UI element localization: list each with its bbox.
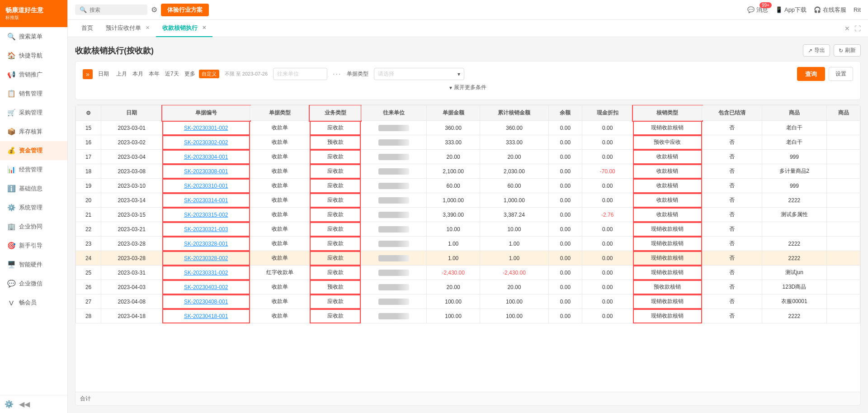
app-download-btn[interactable]: 📱 App下载 — [775, 6, 807, 14]
td-type-10: 红字收款单 — [250, 266, 310, 280]
sidebar-item-operation[interactable]: 📊 经营管理 — [0, 160, 67, 179]
topbar-right: 💬 消息 99+ 📱 App下载 🎧 在线客服 Rit — [747, 6, 861, 14]
td-amount-6: 3,390.00 — [427, 208, 480, 222]
filter-dots[interactable]: ··· — [333, 70, 341, 78]
sidebar-item-member[interactable]: V 畅会员 — [0, 293, 67, 312]
sidebar-icon-sales: 📋 — [7, 90, 15, 98]
tab-payable-close[interactable]: ✕ — [146, 25, 150, 31]
td-code-11[interactable]: SK-20230403-002 — [162, 280, 250, 294]
sidebar-item-quicknav[interactable]: 🏠 快捷导航 — [0, 46, 67, 65]
td-code-9[interactable]: SK-20230328-002 — [162, 251, 250, 266]
tab-collection[interactable]: 收款核销执行 ✕ — [156, 20, 212, 37]
topbar-left: 🔍 ⚙ 体验行业方案 — [75, 4, 742, 16]
td-writeoff-11: 预收款核销 — [633, 280, 702, 294]
sidebar-label-quicknav: 快捷导航 — [19, 52, 42, 60]
sidebar-item-basic[interactable]: ℹ️ 基础信息 — [0, 179, 67, 198]
td-code-7[interactable]: SK-20230321-003 — [162, 222, 250, 237]
date-btn-7days[interactable]: 近7天 — [163, 69, 181, 79]
sidebar-item-system[interactable]: ⚙️ 系统管理 — [0, 198, 67, 217]
tab-close-icon[interactable]: ✕ — [844, 25, 850, 32]
tab-fullscreen-icon[interactable]: ⛶ — [854, 25, 861, 32]
export-btn[interactable]: ↗ 导出 — [803, 44, 830, 57]
td-balance-6: 0.00 — [549, 208, 582, 222]
td-balance-12: 0.00 — [549, 294, 582, 309]
td-no-1: 16 — [76, 135, 101, 150]
setting-btn[interactable]: 设置 — [829, 67, 853, 81]
date-btn-this-month[interactable]: 本月 — [131, 69, 145, 79]
sidebar-item-enterprise[interactable]: 🏢 企业协同 — [0, 217, 67, 236]
message-btn[interactable]: 💬 消息 99+ — [747, 6, 768, 14]
td-code-10[interactable]: SK-20230331-002 — [162, 266, 250, 280]
sidebar-item-search[interactable]: 🔍 搜索菜单 — [0, 27, 67, 46]
expand-btn[interactable]: ▾ 展开更多条件 — [449, 84, 486, 91]
sidebar-item-inventory[interactable]: 📦 库存核算 — [0, 122, 67, 141]
industry-btn[interactable]: 体验行业方案 — [161, 4, 209, 16]
td-product2-2 — [827, 150, 860, 164]
td-no-2: 17 — [76, 150, 101, 164]
td-counterpart-7: ████████ — [361, 222, 427, 237]
date-btn-last-month[interactable]: 上月 — [114, 69, 129, 79]
settings-icon[interactable]: ⚙ — [151, 5, 157, 14]
sidebar-item-guide[interactable]: 🎯 新手引导 — [0, 236, 67, 255]
sidebar-item-hardware[interactable]: 🖥️ 智能硬件 — [0, 255, 67, 274]
td-code-2[interactable]: SK-20230304-001 — [162, 150, 250, 164]
td-code-13[interactable]: SK-20230418-001 — [162, 309, 250, 323]
sidebar-item-sales[interactable]: 📋 销售管理 — [0, 84, 67, 103]
refresh-btn[interactable]: ↻ 刷新 — [834, 44, 861, 57]
td-code-1[interactable]: SK-20230302-002 — [162, 135, 250, 150]
tab-payable[interactable]: 预计应收付单 ✕ — [99, 20, 156, 37]
tab-collection-close[interactable]: ✕ — [202, 25, 206, 31]
td-code-3[interactable]: SK-20230308-001 — [162, 164, 250, 179]
date-btn-this-year[interactable]: 本年 — [147, 69, 161, 79]
td-date-11: 2023-04-03 — [101, 280, 162, 294]
table-row: 21 2023-03-15 SK-20230315-002 收款单 应收款 ██… — [76, 208, 860, 222]
td-code-4[interactable]: SK-20230310-001 — [162, 179, 250, 193]
th-settings: ⚙ — [76, 105, 101, 121]
settings-bottom-icon[interactable]: ⚙️ — [5, 400, 14, 408]
td-included-9: 否 — [702, 251, 762, 266]
td-balance-4: 0.00 — [549, 179, 582, 193]
sidebar-item-weixin[interactable]: 💬 企业微信 — [0, 274, 67, 293]
td-product2-0 — [827, 121, 860, 135]
td-cumulative-2: 20.00 — [480, 150, 548, 164]
date-filter-label: 日期 — [98, 70, 109, 78]
td-code-6[interactable]: SK-20230315-002 — [162, 208, 250, 222]
td-amount-1: 333.00 — [427, 135, 480, 150]
sidebar-label-marketing: 营销推广 — [19, 71, 42, 79]
user-label[interactable]: Rit — [854, 6, 861, 13]
sidebar-item-purchase[interactable]: 🛒 采购管理 — [0, 103, 67, 122]
date-btn-more[interactable]: 更多 — [183, 69, 197, 79]
table-container[interactable]: ⚙ 日期 单据编号 单据类型 业务类型 往来单位 单据金额 累计核销金额 余额 … — [75, 105, 860, 392]
td-code-12[interactable]: SK-20230408-001 — [162, 294, 250, 309]
service-btn[interactable]: 🎧 在线客服 — [814, 6, 846, 14]
td-code-8[interactable]: SK-20230328-001 — [162, 237, 250, 251]
td-product2-5 — [827, 193, 860, 208]
sidebar-label-operation: 经营管理 — [19, 166, 42, 174]
td-writeoff-6: 收款核销 — [633, 208, 702, 222]
collapse-icon[interactable]: ◀◀ — [19, 400, 30, 408]
th-balance: 余额 — [549, 105, 582, 121]
td-writeoff-5: 收款核销 — [633, 193, 702, 208]
tab-home[interactable]: 首页 — [75, 20, 99, 37]
sidebar-item-capital[interactable]: 💰 资金管理 — [0, 141, 67, 160]
td-code-0[interactable]: SK-20230301-002 — [162, 121, 250, 135]
td-product2-9 — [827, 251, 860, 266]
voucher-type-select[interactable]: 请选择 ▾ — [374, 68, 464, 80]
date-custom-btn[interactable]: 自定义 — [199, 70, 219, 78]
tab-payable-label: 预计应收付单 — [106, 24, 141, 32]
counterpart-filter[interactable]: 往来单位 — [273, 68, 327, 80]
td-cumulative-10: -2,430.00 — [480, 266, 548, 280]
td-code-5[interactable]: SK-20230314-001 — [162, 193, 250, 208]
search-input[interactable] — [90, 7, 135, 13]
td-product1-8: 2222 — [762, 237, 827, 251]
td-product1-4: 999 — [762, 179, 827, 193]
sidebar-item-marketing[interactable]: 📢 营销推广 — [0, 65, 67, 84]
filter-toggle-btn[interactable]: » — [83, 69, 93, 79]
td-biztype-2: 应收款 — [310, 150, 361, 164]
td-counterpart-12: ████████ — [361, 294, 427, 309]
query-btn[interactable]: 查询 — [797, 67, 825, 81]
td-type-12: 收款单 — [250, 294, 310, 309]
td-included-6: 否 — [702, 208, 762, 222]
data-table: ⚙ 日期 单据编号 单据类型 业务类型 往来单位 单据金额 累计核销金额 余额 … — [75, 105, 860, 323]
search-box[interactable]: 🔍 — [75, 5, 147, 15]
